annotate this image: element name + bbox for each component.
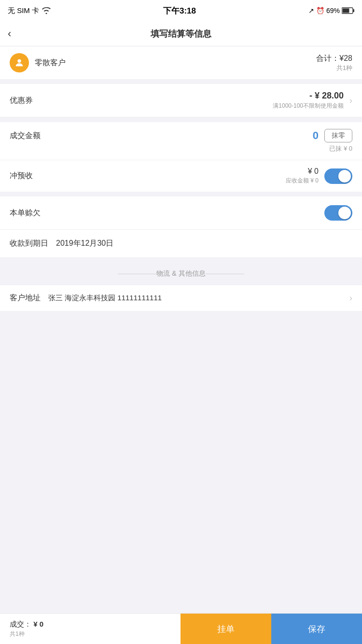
- hang-sale-button[interactable]: 挂单: [181, 614, 271, 644]
- prereceive-amount-block: ¥ 0 应收金额 ¥ 0: [286, 167, 319, 185]
- battery-text: 69%: [326, 7, 340, 14]
- transaction-value: 0: [313, 129, 319, 142]
- battery-icon: [342, 7, 354, 14]
- due-date-section: 收款到期日 2019年12月30日: [0, 229, 362, 257]
- bottom-deal: 成交： ¥ 0: [10, 620, 171, 629]
- transaction-section: 成交金额 0 抹零 已抹 ¥ 0: [0, 122, 362, 160]
- status-time: 下午3:18: [163, 5, 196, 16]
- customer-total: 合计：¥28 共1种: [316, 54, 352, 72]
- carrier-text: 无 SIM 卡: [8, 6, 39, 15]
- transaction-right: 0 抹零: [313, 129, 352, 142]
- prereceive-section: 冲预收 ¥ 0 应收金额 ¥ 0: [0, 160, 362, 192]
- transaction-sub: 已抹 ¥ 0: [10, 144, 352, 153]
- credit-label: 本单赊欠: [10, 208, 41, 218]
- customer-left: 零散客户: [10, 53, 66, 72]
- back-button[interactable]: ‹: [8, 28, 11, 40]
- status-bar: 无 SIM 卡 下午3:18 ↗ ⏰ 69%: [0, 0, 362, 21]
- chevron-icon: ›: [349, 96, 352, 106]
- divider-4: [0, 257, 362, 262]
- bottom-deal-label: 成交：: [10, 620, 31, 628]
- address-label: 客户地址: [10, 293, 41, 303]
- transaction-label: 成交金额: [10, 131, 41, 141]
- customer-name: 零散客户: [35, 58, 66, 68]
- customer-avatar: [10, 53, 29, 72]
- bottom-deal-amount: ¥ 0: [33, 620, 43, 628]
- hang-sale-label: 挂单: [217, 623, 235, 635]
- spacer: [0, 311, 362, 350]
- save-button[interactable]: 保存: [271, 614, 362, 644]
- nav-bar: ‹ 填写结算等信息: [0, 21, 362, 46]
- prereceive-right: ¥ 0 应收金额 ¥ 0: [286, 167, 352, 185]
- address-chevron-icon: ›: [349, 293, 352, 303]
- page-title: 填写结算等信息: [151, 28, 211, 40]
- due-date-value: 2019年12月30日: [56, 238, 113, 249]
- coupon-value: - ¥ 28.00 满1000-100不限制使用金额: [273, 91, 344, 110]
- transaction-top: 成交金额 0 抹零: [10, 129, 352, 142]
- prereceive-amount: ¥ 0: [286, 167, 319, 176]
- save-label: 保存: [308, 623, 325, 635]
- coupon-label: 优惠券: [10, 96, 33, 106]
- round-button[interactable]: 抹零: [324, 129, 352, 142]
- bottom-bar: 成交： ¥ 0 共1种 挂单 保存: [0, 613, 362, 644]
- coupon-right: - ¥ 28.00 满1000-100不限制使用金额 ›: [273, 91, 352, 110]
- location-icon: ↗: [308, 7, 314, 14]
- svg-point-3: [17, 59, 21, 63]
- logistics-line-right: [206, 274, 244, 274]
- prereceive-sub: 应收金额 ¥ 0: [286, 177, 319, 185]
- logistics-line-left: [118, 274, 156, 274]
- total-count: 共1种: [316, 64, 352, 72]
- svg-rect-1: [353, 9, 354, 12]
- alarm-icon: ⏰: [316, 7, 324, 14]
- prereceive-toggle[interactable]: [324, 168, 352, 184]
- total-amount: 合计：¥28: [316, 54, 352, 64]
- due-date-label: 收款到期日: [10, 238, 48, 249]
- status-right: ↗ ⏰ 69%: [308, 7, 354, 14]
- svg-rect-2: [342, 9, 349, 13]
- divider-2: [0, 117, 362, 122]
- coupon-desc: 满1000-100不限制使用金额: [273, 102, 344, 110]
- credit-toggle[interactable]: [324, 205, 352, 221]
- divider-1: [0, 79, 362, 84]
- prereceive-label: 冲预收: [10, 171, 33, 181]
- address-row[interactable]: 客户地址 张三 海淀永丰科技园 11111111111 ›: [0, 285, 362, 311]
- logistics-text: 物流 & 其他信息: [156, 269, 205, 278]
- bottom-count: 共1种: [10, 630, 171, 638]
- customer-row: 零散客户 合计：¥28 共1种: [0, 46, 362, 79]
- divider-3: [0, 192, 362, 196]
- logistics-divider: 物流 & 其他信息: [0, 262, 362, 285]
- bottom-info: 成交： ¥ 0 共1种: [0, 620, 181, 638]
- address-value: 张三 海淀永丰科技园 11111111111: [48, 294, 348, 303]
- coupon-amount: - ¥ 28.00: [273, 91, 344, 101]
- prereceive-top: 冲预收 ¥ 0 应收金额 ¥ 0: [10, 167, 352, 185]
- status-left: 无 SIM 卡: [8, 6, 51, 15]
- credit-section: 本单赊欠: [0, 196, 362, 229]
- coupon-row[interactable]: 优惠券 - ¥ 28.00 满1000-100不限制使用金额 ›: [0, 84, 362, 117]
- wifi-icon: [42, 7, 51, 14]
